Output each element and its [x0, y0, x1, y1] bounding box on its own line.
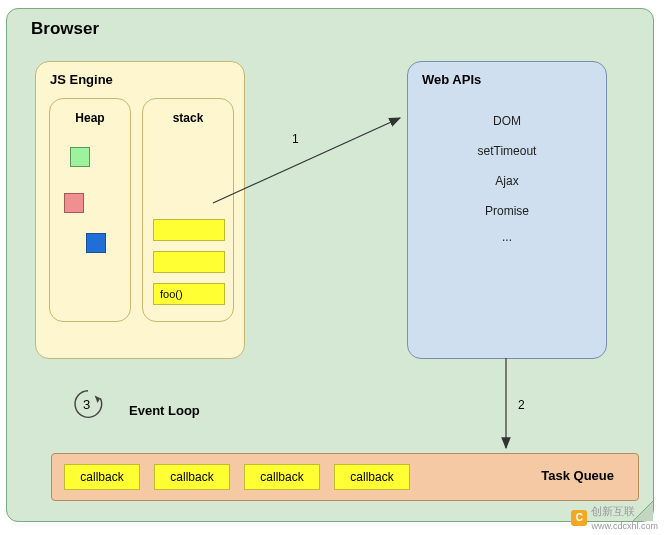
- browser-container: Browser JS Engine Heap stack foo() Web A…: [6, 8, 654, 522]
- heap-box: Heap: [49, 98, 131, 322]
- step-3-label: 3: [83, 397, 90, 412]
- step-2-label: 2: [518, 398, 525, 412]
- stack-frame: [153, 219, 225, 241]
- heap-object-blue: [86, 233, 106, 253]
- heap-object-red: [64, 193, 84, 213]
- heap-object-green: [70, 147, 90, 167]
- web-apis-box: Web APIs DOM setTimeout Ajax Promise ...: [407, 61, 607, 359]
- js-engine-box: JS Engine Heap stack foo(): [35, 61, 245, 359]
- js-engine-title: JS Engine: [50, 72, 113, 87]
- callback-item: callback: [334, 464, 410, 490]
- task-queue-box: Task Queue callback callback callback ca…: [51, 453, 639, 501]
- stack-box: stack foo(): [142, 98, 234, 322]
- event-loop-label: Event Loop: [129, 403, 200, 418]
- api-item: ...: [408, 230, 606, 244]
- heap-title: Heap: [50, 111, 130, 125]
- watermark: C 创新互联 www.cdcxhl.com: [571, 504, 658, 531]
- watermark-text: 创新互联: [591, 505, 635, 517]
- stack-frame: [153, 251, 225, 273]
- callback-item: callback: [244, 464, 320, 490]
- callback-item: callback: [154, 464, 230, 490]
- callback-item: callback: [64, 464, 140, 490]
- api-item: Ajax: [408, 174, 606, 188]
- watermark-url: www.cdcxhl.com: [591, 521, 658, 531]
- step-1-label: 1: [292, 132, 299, 146]
- api-item: setTimeout: [408, 144, 606, 158]
- svg-marker-0: [95, 395, 101, 403]
- stack-title: stack: [143, 111, 233, 125]
- watermark-icon: C: [571, 510, 587, 526]
- browser-title: Browser: [31, 19, 99, 39]
- api-item: DOM: [408, 114, 606, 128]
- diagram-root: Browser JS Engine Heap stack foo() Web A…: [0, 0, 664, 535]
- web-apis-title: Web APIs: [422, 72, 481, 87]
- task-queue-title: Task Queue: [541, 468, 614, 483]
- api-item: Promise: [408, 204, 606, 218]
- stack-frame: foo(): [153, 283, 225, 305]
